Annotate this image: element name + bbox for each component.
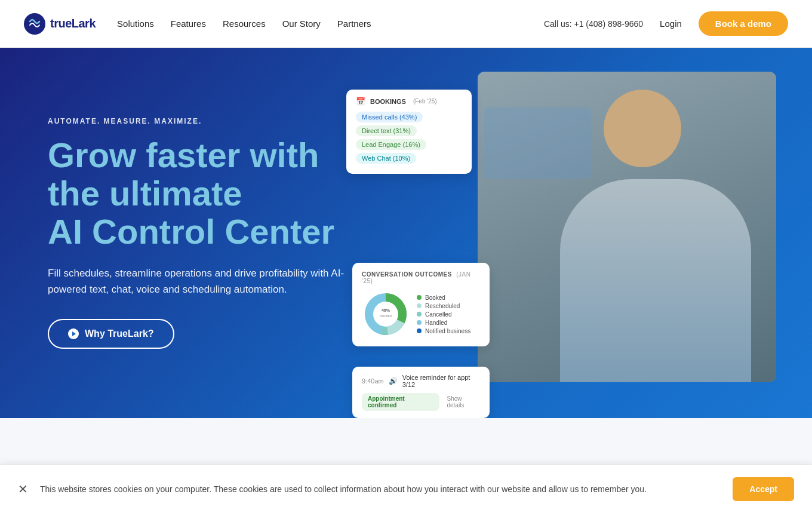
- nav-partners[interactable]: Partners: [337, 19, 371, 29]
- play-icon: [68, 328, 79, 339]
- bookings-card-date: (Feb '25): [413, 98, 437, 105]
- hero-content: AUTOMATE. MEASURE. MAXIMIZE. Grow faster…: [48, 117, 370, 349]
- logo[interactable]: trueLark: [24, 13, 96, 35]
- bookings-card-header: 📅 BOOKINGS (Feb '25): [356, 97, 462, 106]
- person-body: [560, 179, 751, 382]
- person-background: [478, 72, 776, 382]
- outcomes-card-title: CONVERSATION OUTCOMES (Jan '25): [362, 271, 480, 284]
- cookie-close-button[interactable]: ✕: [18, 483, 28, 495]
- donut-svg: 46% handled: [362, 290, 410, 338]
- show-details-link[interactable]: Show details: [447, 395, 480, 408]
- cookie-text: This website stores cookies on your comp…: [40, 483, 721, 496]
- voice-status-row: Appointment confirmed Show details: [362, 393, 480, 411]
- navbar: trueLark Solutions Features Resources Ou…: [0, 0, 812, 48]
- legend-dot-booked: [417, 295, 422, 300]
- cookie-banner: ✕ This website stores cookies on your co…: [0, 465, 812, 513]
- legend-rescheduled: Rescheduled: [417, 303, 480, 309]
- hero-visual: 📅 BOOKINGS (Feb '25) Missed calls (43%) …: [370, 84, 776, 382]
- bookings-card-icon: 📅: [356, 97, 365, 106]
- nav-links: Solutions Features Resources Our Story P…: [117, 19, 371, 29]
- svg-point-0: [24, 13, 45, 35]
- booking-pill-4: Web Chat (10%): [356, 153, 416, 164]
- logo-icon: [24, 13, 45, 35]
- voice-label: Voice reminder for appt 3/12: [402, 374, 480, 388]
- hero-title-line1: Grow faster with: [48, 136, 319, 174]
- legend-dot-handled: [417, 320, 422, 325]
- voice-reminder-card: 9:40am 🔊 Voice reminder for appt 3/12 Ap…: [352, 367, 490, 418]
- booking-pill-3: Lead Engage (16%): [356, 139, 426, 150]
- voice-time: 9:40am: [362, 377, 384, 385]
- legend-notified: Notified business: [417, 328, 480, 334]
- nav-right: Call us: +1 (408) 898-9660 Login Book a …: [544, 11, 788, 36]
- legend-dot-cancelled: [417, 312, 422, 317]
- outcomes-legend: Booked Rescheduled Cancelled Handled: [417, 293, 480, 336]
- hero-section: AUTOMATE. MEASURE. MAXIMIZE. Grow faster…: [0, 48, 812, 418]
- booking-item-1: Missed calls (43%): [356, 112, 462, 122]
- booking-pill-1: Missed calls (43%): [356, 112, 423, 122]
- bookings-card: 📅 BOOKINGS (Feb '25) Missed calls (43%) …: [346, 90, 472, 174]
- legend-cancelled: Cancelled: [417, 311, 480, 318]
- nav-our-story[interactable]: Our Story: [282, 19, 321, 29]
- appointment-confirmed-badge: Appointment confirmed: [362, 393, 439, 411]
- outcomes-card: CONVERSATION OUTCOMES (Jan '25) 46% hand…: [352, 263, 490, 346]
- booking-item-4: Web Chat (10%): [356, 153, 462, 164]
- nav-left: trueLark Solutions Features Resources Ou…: [24, 13, 371, 35]
- legend-dot-rescheduled: [417, 303, 422, 308]
- legend-handled: Handled: [417, 320, 480, 326]
- nav-login[interactable]: Login: [660, 19, 682, 29]
- person-head: [604, 90, 681, 167]
- voice-wave-icon: 🔊: [389, 377, 398, 385]
- monitor-bg: [484, 107, 591, 179]
- nav-resources[interactable]: Resources: [223, 19, 266, 29]
- why-truelark-label: Why TrueLark?: [85, 328, 154, 339]
- bookings-card-title: BOOKINGS: [370, 98, 406, 105]
- svg-text:46%: 46%: [382, 308, 390, 312]
- donut-chart: 46% handled Booked Rescheduled Cancelled: [362, 290, 480, 338]
- hero-eyebrow: AUTOMATE. MEASURE. MAXIMIZE.: [48, 117, 370, 125]
- hero-title-line3: AI Control Center: [48, 212, 334, 251]
- hero-description: Fill schedules, streamline operations an…: [48, 265, 370, 297]
- svg-text:handled: handled: [380, 314, 392, 318]
- legend-dot-notified: [417, 328, 422, 333]
- nav-features[interactable]: Features: [171, 19, 206, 29]
- booking-pill-2: Direct text (31%): [356, 125, 417, 136]
- hero-title: Grow faster with the ultimate AI Control…: [48, 136, 370, 250]
- legend-booked: Booked: [417, 294, 480, 301]
- booking-item-2: Direct text (31%): [356, 125, 462, 136]
- voice-card-header: 9:40am 🔊 Voice reminder for appt 3/12: [362, 374, 480, 388]
- why-truelark-button[interactable]: Why TrueLark?: [48, 319, 174, 349]
- nav-phone: Call us: +1 (408) 898-9660: [544, 19, 643, 29]
- book-demo-button[interactable]: Book a demo: [699, 11, 788, 36]
- cookie-accept-button[interactable]: Accept: [733, 477, 794, 501]
- nav-solutions[interactable]: Solutions: [117, 19, 154, 29]
- hero-photo: [478, 72, 776, 382]
- hero-title-line2: the ultimate: [48, 174, 242, 213]
- booking-item-3: Lead Engage (16%): [356, 139, 462, 150]
- logo-text: trueLark: [50, 17, 96, 30]
